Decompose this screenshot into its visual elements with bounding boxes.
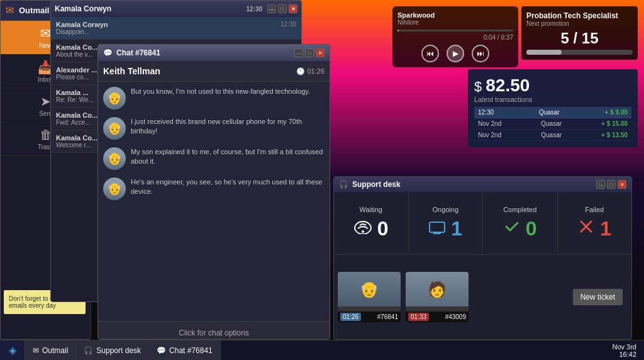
stat-waiting-label: Waiting [360, 206, 382, 213]
ticket-0-info: 01:26 #76841 [338, 312, 401, 322]
start-icon: ◈ [9, 344, 16, 356]
taskbar-support[interactable]: 🎧 Support desk [76, 340, 149, 361]
music-player: Sparkwood Nihilore 0:04 / 6:37 ⏮ ▶ ⏭ [392, 6, 518, 67]
maximize-btn[interactable]: □ [278, 4, 287, 13]
stat-failed-label: Failed [585, 206, 604, 213]
chat-footer[interactable]: Click for chat options [98, 321, 330, 340]
support-inner: Waiting 0 Ongoing [334, 192, 631, 339]
chat-win-controls: — □ ✕ [294, 48, 325, 57]
taskbar-chat[interactable]: 💬 Chat #76841 [149, 340, 221, 361]
taskbar-support-icon: 🎧 [84, 346, 93, 355]
stat-waiting-count: 0 [377, 217, 389, 240]
svg-point-0 [362, 230, 364, 233]
music-time: 0:04 / 6:37 [397, 34, 513, 41]
support-minimize-btn[interactable]: — [596, 180, 605, 189]
stat-ongoing-row: 1 [428, 217, 462, 240]
support-win-controls: — □ ✕ [596, 180, 626, 189]
balance-label: Latest transactions [474, 96, 631, 103]
stat-completed-label: Completed [503, 206, 536, 213]
avatar-3: 👴 [103, 177, 126, 200]
txn-2-name: Quasar [541, 132, 562, 138]
transaction-row-1: Nov 2nd Quasar + $ 15.00 [474, 118, 631, 130]
music-track: Sparkwood [397, 11, 513, 19]
music-controls: ⏮ ▶ ⏭ [397, 45, 513, 62]
taskbar-date: Nov 3rd [612, 343, 636, 351]
svg-rect-1 [430, 222, 445, 232]
email-window-title: Kamala Corwyn [55, 4, 246, 13]
ticket-1-id: #43009 [445, 313, 466, 320]
minimize-btn[interactable]: — [267, 4, 276, 13]
taskbar-outmail[interactable]: ✉ Outmail [25, 340, 76, 361]
support-stats-row: Waiting 0 Ongoing [334, 192, 631, 255]
completed-icon [503, 218, 521, 240]
message-2: 👴 My son explained it to me, of course, … [103, 147, 325, 170]
email-win-controls: — □ ✕ [267, 4, 297, 13]
taskbar-chat-label: Chat #76841 [169, 346, 213, 355]
promo-score: 5 / 15 [526, 30, 633, 47]
ticket-0-id: #76841 [377, 313, 398, 320]
transaction-row-2: Nov 2nd Quasar + $ 13.50 [474, 130, 631, 141]
play-btn[interactable]: ▶ [447, 45, 464, 62]
support-maximize-btn[interactable]: □ [607, 180, 616, 189]
outmail-title: Outmail [19, 6, 49, 15]
avatar-0: 👴 [103, 87, 126, 110]
email-item-0-time: 12:30 [280, 21, 296, 28]
stat-completed: Completed 0 [483, 192, 558, 254]
ticket-card-0[interactable]: 👴 01:26 #76841 [338, 272, 401, 322]
email-item-0[interactable]: 12:30 Kamala Corwyn Disappoin... [51, 17, 301, 40]
msg-text-0: But you know, I'm not used to this new-f… [131, 87, 310, 96]
taskbar-support-label: Support desk [96, 346, 141, 355]
stat-ongoing-count: 1 [451, 217, 462, 240]
close-btn[interactable]: ✕ [289, 4, 297, 13]
new-icon: ✉ [40, 26, 51, 41]
support-close-btn[interactable]: ✕ [618, 180, 626, 189]
promo-bar [526, 50, 633, 55]
taskbar-outmail-icon: ✉ [33, 346, 39, 355]
promo-sub: Next promotion [526, 20, 633, 27]
email-item-0-subject: Disappoin... [56, 28, 296, 35]
support-icon: 🎧 [339, 180, 348, 189]
support-window: 🎧 Support desk — □ ✕ Waiting [333, 176, 632, 340]
ticket-1-avatar: 🧑 [406, 272, 469, 307]
chat-minimize-btn[interactable]: — [294, 48, 303, 57]
support-bottom-row: 👴 01:26 #76841 🧑 01:33 #43009 New ticket [334, 255, 631, 339]
message-1: 👴 I just received this brand new cellula… [103, 117, 325, 140]
txn-0-date: 12:30 [478, 109, 494, 116]
sent-icon: ➤ [40, 94, 51, 109]
taskbar-time: 16:42 [612, 351, 636, 358]
ticket-1-time: 01:33 [408, 313, 429, 321]
email-time: 12:30 [246, 6, 262, 13]
txn-1-date: Nov 2nd [478, 120, 501, 127]
stat-waiting-row: 0 [353, 217, 389, 240]
msg-text-2: My son explained it to me, of course, bu… [131, 147, 325, 167]
txn-1-amount: + $ 15.00 [601, 120, 628, 127]
message-0: 👴 But you know, I'm not used to this new… [103, 87, 325, 110]
txn-0-name: Quasar [539, 109, 560, 116]
ticket-card-1[interactable]: 🧑 01:33 #43009 [406, 272, 469, 322]
msg-text-1: I just received this brand new cellular … [131, 117, 325, 137]
stat-ongoing-label: Ongoing [432, 206, 458, 213]
email-titlebar: Kamala Corwyn 12:30 — □ ✕ [51, 1, 301, 17]
chat-header-info: Keith Tellman 🕐 01:26 [98, 61, 330, 82]
prev-btn[interactable]: ⏮ [421, 45, 439, 62]
ongoing-icon [428, 219, 446, 239]
balance-widget: $ 82.50 Latest transactions 12:30 Quasar… [468, 69, 638, 147]
stat-completed-row: 0 [503, 217, 537, 240]
promo-title: Probation Tech Specialist [526, 11, 633, 20]
txn-1-name: Quasar [541, 120, 562, 127]
email-item-0-sender: Kamala Corwyn [56, 21, 296, 28]
chat-close-btn[interactable]: ✕ [316, 48, 325, 57]
stat-ongoing: Ongoing 1 [409, 192, 484, 254]
chat-time: 🕐 01:26 [296, 67, 325, 76]
chat-titlebar: 💬 Chat #76841 — □ ✕ [98, 45, 330, 61]
chat-maximize-btn[interactable]: □ [305, 48, 314, 57]
stat-waiting: Waiting 0 [334, 192, 409, 254]
taskbar-start[interactable]: ◈ [0, 340, 25, 361]
support-title: Support desk [352, 180, 470, 189]
next-btn[interactable]: ⏭ [472, 45, 489, 62]
new-ticket-btn[interactable]: New ticket [573, 289, 623, 305]
transaction-row-0: 12:30 Quasar + $ 9.00 [474, 107, 631, 118]
stat-failed-row: 1 [577, 217, 611, 240]
ticket-0-time: 01:26 [340, 313, 361, 321]
avatar-2: 👴 [103, 147, 126, 170]
